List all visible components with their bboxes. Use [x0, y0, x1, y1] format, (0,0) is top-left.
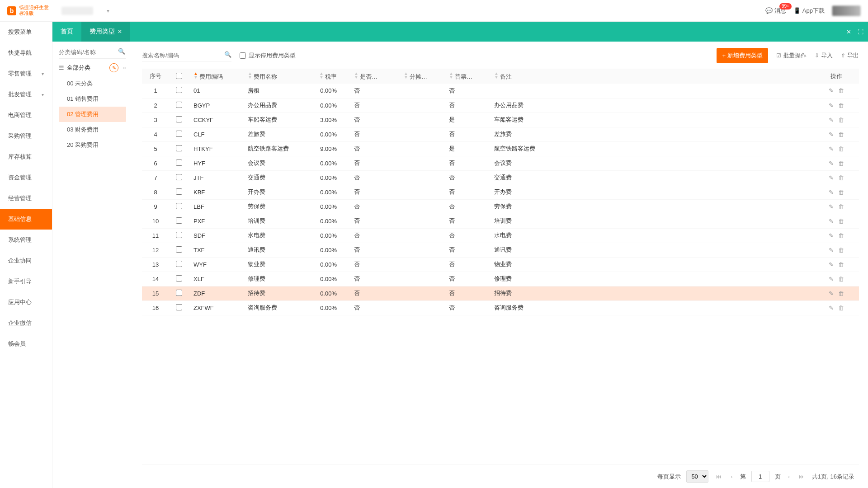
row-checkbox[interactable]	[176, 232, 182, 238]
messages-button[interactable]: 💬 消息 99+	[765, 7, 786, 15]
nav-item[interactable]: 企业协同	[0, 250, 52, 271]
row-checkbox[interactable]	[176, 116, 182, 122]
tab-close-all-icon[interactable]: ✕	[846, 28, 851, 35]
nav-item[interactable]: 经营管理	[0, 188, 52, 209]
delete-icon[interactable]: 🗑	[838, 102, 844, 109]
row-checkbox[interactable]	[176, 145, 182, 151]
edit-icon[interactable]: ✎	[829, 131, 834, 138]
row-checkbox[interactable]	[176, 203, 182, 209]
table-row[interactable]: 3 CCKYF 车船客运费 3.00% 否 是 车船客运费 ✎ 🗑	[142, 113, 859, 127]
delete-icon[interactable]: 🗑	[838, 117, 844, 123]
nav-item[interactable]: 新手引导	[0, 271, 52, 292]
show-disabled-checkbox[interactable]	[240, 52, 246, 59]
col-remark[interactable]: ▲▼备注	[490, 69, 814, 84]
category-item[interactable]: 20 采购费用	[59, 137, 126, 153]
nav-item[interactable]: 搜索菜单	[0, 22, 52, 42]
edit-icon[interactable]: ✎	[829, 145, 834, 152]
search-icon[interactable]: 🔍	[118, 48, 125, 55]
nav-item[interactable]: 零售管理▾	[0, 63, 52, 84]
row-checkbox[interactable]	[176, 87, 182, 93]
delete-icon[interactable]: 🗑	[838, 247, 844, 253]
fullscreen-icon[interactable]: ⛶	[858, 28, 863, 35]
col-seq[interactable]: 序号	[142, 69, 169, 84]
table-row[interactable]: 2 BGYP 办公用品费 0.00% 否 否 办公用品费 ✎ 🗑	[142, 98, 859, 113]
app-download-button[interactable]: 📱 App下载	[793, 7, 825, 15]
table-row[interactable]: 5 HTKYF 航空铁路客运费 9.00% 否 是 航空铁路客运费 ✎ 🗑	[142, 141, 859, 156]
edit-icon[interactable]: ✎	[829, 261, 834, 268]
table-search-input[interactable]	[142, 50, 231, 61]
nav-item[interactable]: 资金管理	[0, 167, 52, 188]
nav-item[interactable]: 基础信息	[0, 209, 52, 230]
row-checkbox[interactable]	[176, 246, 182, 253]
category-edit-button[interactable]: ✎	[109, 63, 118, 72]
tab-home[interactable]: 首页	[52, 22, 81, 42]
delete-icon[interactable]: 🗑	[838, 305, 844, 311]
edit-icon[interactable]: ✎	[829, 218, 834, 225]
edit-icon[interactable]: ✎	[829, 117, 834, 123]
edit-icon[interactable]: ✎	[829, 174, 834, 181]
search-icon[interactable]: 🔍	[224, 51, 231, 58]
table-row[interactable]: 11 SDF 水电费 0.00% 否 否 水电费 ✎ 🗑	[142, 228, 859, 243]
import-button[interactable]: ⇩导入	[815, 52, 833, 60]
col-bool2[interactable]: ▲▼分摊…	[399, 69, 444, 84]
per-page-select[interactable]: 50	[686, 470, 708, 483]
delete-icon[interactable]: 🗑	[838, 290, 844, 297]
pager-next-icon[interactable]: ›	[786, 473, 792, 480]
table-row[interactable]: 8 KBF 开办费 0.00% 否 否 开办费 ✎ 🗑	[142, 185, 859, 199]
row-checkbox[interactable]	[176, 217, 182, 224]
table-row[interactable]: 12 TXF 通讯费 0.00% 否 否 通讯费 ✎ 🗑	[142, 243, 859, 257]
nav-item[interactable]: 批发管理▾	[0, 84, 52, 105]
table-row[interactable]: 14 XLF 修理费 0.00% 否 否 修理费 ✎ 🗑	[142, 272, 859, 286]
nav-item[interactable]: 畅会员	[0, 333, 52, 354]
show-disabled-toggle[interactable]: 显示停用费用类型	[240, 52, 296, 60]
table-row[interactable]: 1 01 房租 0.00% 否 否 ✎ 🗑	[142, 84, 859, 98]
row-checkbox[interactable]	[176, 275, 182, 282]
category-item[interactable]: 03 财务费用	[59, 122, 126, 137]
row-checkbox[interactable]	[176, 160, 182, 166]
edit-icon[interactable]: ✎	[829, 160, 834, 167]
export-button[interactable]: ⇧导出	[841, 52, 859, 60]
row-checkbox[interactable]	[176, 304, 182, 310]
pager-last-icon[interactable]: ⏭	[797, 473, 807, 480]
delete-icon[interactable]: 🗑	[838, 131, 844, 138]
row-checkbox[interactable]	[176, 261, 182, 267]
nav-item[interactable]: 库存核算	[0, 146, 52, 167]
col-code[interactable]: ▲▼费用编码	[189, 69, 243, 84]
table-row[interactable]: 9 LBF 劳保费 0.00% 否 否 劳保费 ✎ 🗑	[142, 199, 859, 214]
user-avatar[interactable]	[832, 5, 861, 16]
collapse-panel-icon[interactable]: «	[123, 65, 126, 71]
nav-item[interactable]: 采购管理	[0, 126, 52, 146]
edit-icon[interactable]: ✎	[829, 290, 834, 297]
edit-icon[interactable]: ✎	[829, 232, 834, 239]
table-row[interactable]: 4 CLF 差旅费 0.00% 否 否 差旅费 ✎ 🗑	[142, 127, 859, 141]
table-row[interactable]: 10 PXF 培训费 0.00% 否 否 培训费 ✎ 🗑	[142, 214, 859, 228]
row-checkbox[interactable]	[176, 174, 182, 180]
nav-item[interactable]: 系统管理	[0, 230, 52, 250]
delete-icon[interactable]: 🗑	[838, 160, 844, 167]
row-checkbox[interactable]	[176, 188, 182, 195]
edit-icon[interactable]: ✎	[829, 247, 834, 253]
category-search-input[interactable]	[59, 46, 126, 59]
edit-icon[interactable]: ✎	[829, 87, 834, 94]
delete-icon[interactable]: 🗑	[838, 276, 844, 282]
delete-icon[interactable]: 🗑	[838, 261, 844, 268]
col-bool3[interactable]: ▲▼普票…	[444, 69, 490, 84]
pager-prev-icon[interactable]: ‹	[729, 473, 734, 480]
col-bool1[interactable]: ▲▼是否…	[349, 69, 399, 84]
edit-icon[interactable]: ✎	[829, 276, 834, 282]
new-fee-type-button[interactable]: + 新增费用类型	[717, 48, 768, 63]
delete-icon[interactable]: 🗑	[838, 218, 844, 225]
col-rate[interactable]: ▲▼税率	[313, 69, 349, 84]
category-all[interactable]: ☰ 全部分类 ✎ «	[59, 63, 126, 72]
nav-item[interactable]: 电商管理	[0, 105, 52, 126]
delete-icon[interactable]: 🗑	[838, 87, 844, 94]
delete-icon[interactable]: 🗑	[838, 203, 844, 210]
table-row[interactable]: 6 HYF 会议费 0.00% 否 否 会议费 ✎ 🗑	[142, 156, 859, 170]
category-item[interactable]: 01 销售费用	[59, 91, 126, 107]
close-icon[interactable]: ✕	[118, 28, 122, 35]
org-selector[interactable]: ▾	[61, 7, 109, 15]
pager-first-icon[interactable]: ⏮	[714, 473, 723, 480]
batch-ops-button[interactable]: ☑批量操作	[776, 52, 807, 60]
pager-page-input[interactable]	[751, 471, 769, 482]
edit-icon[interactable]: ✎	[829, 305, 834, 311]
